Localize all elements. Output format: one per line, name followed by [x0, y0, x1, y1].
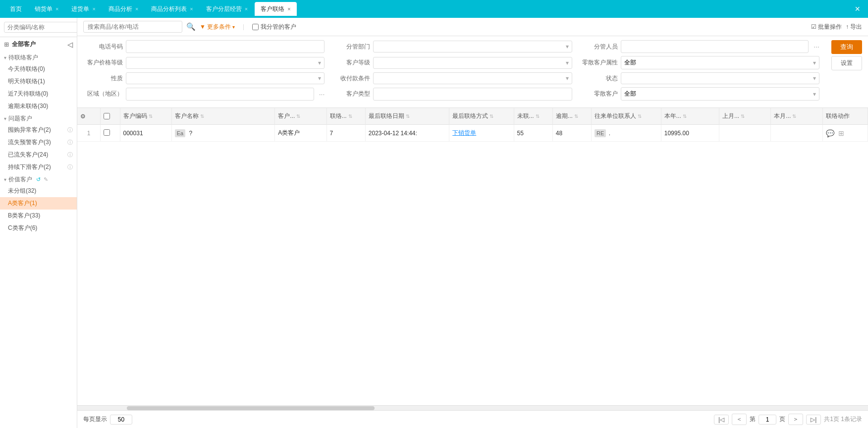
batch-operation-btn[interactable]: ☑ 批量操作	[811, 23, 842, 31]
close-tab-product-analysis[interactable]: ×	[135, 6, 138, 12]
nature-label: 性质	[83, 74, 123, 83]
row-this-month	[771, 125, 822, 142]
settings-button[interactable]: 设置	[831, 56, 862, 70]
last-page-btn[interactable]: ▷|	[806, 415, 821, 425]
tab-home[interactable]: 首页	[4, 2, 28, 16]
scroll-thumb[interactable]	[127, 406, 375, 410]
nature-select[interactable]: ▾	[126, 72, 325, 84]
next-page-btn[interactable]: ＞	[788, 414, 803, 425]
tab-product-analysis[interactable]: 商品分析 ×	[103, 2, 144, 16]
page-number-input[interactable]	[759, 415, 776, 425]
price-level-select[interactable]: ▾	[126, 57, 325, 69]
close-tab-purchase[interactable]: ×	[92, 6, 95, 12]
tab-product-analysis-list[interactable]: 商品分析列表 ×	[145, 2, 199, 16]
page-navigation: |◁ ＜ 第 页 ＞ ▷| 共1页 1条记录	[714, 414, 862, 425]
col-type[interactable]: 客户...⇅	[275, 108, 326, 125]
sidebar-item-tomorrow-contact[interactable]: 明天待联络(1)	[0, 75, 77, 88]
customer-level-select[interactable]: ▾	[373, 57, 572, 69]
retail-attr-arrow: ▾	[813, 59, 816, 66]
close-tab-product-list[interactable]: ×	[190, 6, 193, 12]
col-this-month[interactable]: 本月...⇅	[771, 108, 822, 125]
col-this-year[interactable]: 本年...⇅	[661, 108, 719, 125]
table-row: 1 000031 Ea ? A类客户 7 2023-04-12 14:44:	[77, 125, 868, 142]
my-customers-check[interactable]	[252, 24, 259, 30]
col-contact-count[interactable]: 联络...⇅	[326, 108, 365, 125]
tab-purchase-order[interactable]: 进货单 ×	[65, 2, 101, 16]
filter-search-icon[interactable]: 🔍	[186, 22, 196, 31]
group-value-customers[interactable]: ▾ 价值客户 ↺ ✎	[0, 173, 77, 185]
sidebar-search-input[interactable]	[4, 22, 77, 33]
sidebar-item-class-c[interactable]: C类客户(6)	[0, 222, 77, 234]
sidebar-item-overdue-contact[interactable]: 逾期未联络(30)	[0, 100, 77, 112]
sidebar-item-today-contact[interactable]: 今天待联络(0)	[0, 63, 77, 75]
col-overdue[interactable]: 逾期...⇅	[552, 108, 591, 125]
close-tab-customer-segment[interactable]: ×	[245, 6, 248, 12]
region-more-btn[interactable]: ···	[319, 90, 325, 98]
col-last-date[interactable]: 最后联络日期⇅	[365, 108, 449, 125]
all-customers-header[interactable]: ⊞ 全部客户 ◁	[0, 37, 77, 52]
filter-cell-price-level: 客户价格等级 ▾	[83, 57, 330, 69]
dept-select[interactable]: ▾	[373, 41, 572, 53]
export-btn[interactable]: ↑ 导出	[846, 23, 862, 31]
sidebar-item-lost[interactable]: 已流失客户(24) ⓘ	[0, 149, 77, 161]
col-code[interactable]: 客户编码⇅	[120, 108, 171, 125]
customer-type-input[interactable]	[373, 88, 572, 101]
filter-bar: 🔍 ▼ 更多条件 ▾ | 我分管的客户 ☑ 批量操作 ↑ 导出	[77, 18, 868, 36]
retail-customer-select[interactable]: 全部 ▾	[621, 87, 819, 101]
first-page-btn[interactable]: |◁	[714, 415, 729, 425]
last-method-link[interactable]: 下销货单	[452, 129, 476, 136]
col-checkbox	[101, 108, 120, 125]
close-tab-customer-contact[interactable]: ×	[287, 6, 290, 12]
tab-customer-contact[interactable]: 客户联络 ×	[255, 2, 296, 16]
qr-icon[interactable]: ⊞	[838, 129, 844, 137]
query-button[interactable]: 查询	[831, 40, 862, 54]
row-checkbox	[101, 125, 120, 142]
col-settings[interactable]: ⚙	[77, 108, 101, 125]
col-last-month[interactable]: 上月...⇅	[719, 108, 771, 125]
more-conditions-btn[interactable]: ▼ 更多条件 ▾	[200, 23, 235, 31]
sidebar-collapse-btn[interactable]: ◁	[67, 41, 73, 49]
select-all-checkbox[interactable]	[104, 113, 110, 119]
prev-page-btn[interactable]: ＜	[732, 414, 747, 425]
group-problem-customers[interactable]: ▾ 问题客户	[0, 112, 77, 124]
close-all-tabs[interactable]: ×	[851, 4, 864, 14]
filter-cell-dept: 分管部门 ▾	[330, 41, 578, 53]
filter-row-1: 电话号码 分管部门 ▾ 分管人员	[83, 40, 825, 53]
payment-select[interactable]: ▾	[373, 72, 572, 84]
sidebar-item-hoard-anomaly[interactable]: 囤购异常客户(2) ⓘ	[0, 124, 77, 136]
region-input[interactable]	[126, 88, 314, 101]
filter-cell-phone: 电话号码	[83, 40, 330, 53]
col-company-contact[interactable]: 往来单位联系人⇅	[592, 108, 661, 125]
my-customers-checkbox[interactable]: 我分管的客户	[252, 23, 296, 31]
status-select[interactable]: ▾	[621, 72, 819, 84]
retail-attr-select[interactable]: 全部 ▾	[621, 56, 819, 69]
person-label: 分管人员	[578, 43, 618, 51]
payment-arrow: ▾	[566, 75, 569, 82]
col-no-contact[interactable]: 未联...⇅	[514, 108, 552, 125]
col-actions: 联络动作	[822, 108, 868, 125]
sidebar-item-unclassified[interactable]: 未分组(32)	[0, 185, 77, 197]
per-page-input[interactable]	[110, 415, 132, 425]
sidebar-item-class-a[interactable]: A类客户(1)	[0, 197, 77, 210]
tab-sales-order[interactable]: 销货单 ×	[29, 2, 64, 16]
phone-input[interactable]	[126, 40, 325, 53]
row-select-checkbox[interactable]	[104, 129, 110, 136]
group-pending-contact[interactable]: ▾ 待联络客户	[0, 52, 77, 63]
close-tab-sales[interactable]: ×	[55, 6, 58, 12]
sidebar-item-loss-warning[interactable]: 流失预警客户(3) ⓘ	[0, 136, 77, 149]
col-name[interactable]: 客户名称⇅	[171, 108, 275, 125]
person-more-btn[interactable]: ···	[814, 43, 819, 51]
message-icon[interactable]: 💬	[826, 129, 834, 137]
sidebar-item-declining[interactable]: 持续下滑客户(2) ⓘ	[0, 161, 77, 173]
filter-search-input[interactable]	[83, 21, 182, 33]
query-btn-group: 查询 设置	[831, 40, 862, 70]
sidebar-item-class-b[interactable]: B类客户(33)	[0, 210, 77, 222]
person-input[interactable]	[621, 40, 809, 53]
customer-type-label: 客户类型	[330, 90, 370, 98]
tab-customer-segment[interactable]: 客户分层经营 ×	[200, 2, 254, 16]
horizontal-scrollbar[interactable]	[77, 405, 868, 410]
sidebar-item-7day-contact[interactable]: 近7天待联络(0)	[0, 88, 77, 100]
col-last-method[interactable]: 最后联络方式⇅	[449, 108, 514, 125]
region-label: 区域（地区）	[83, 90, 123, 98]
total-records: 共1页 1条记录	[824, 415, 862, 424]
